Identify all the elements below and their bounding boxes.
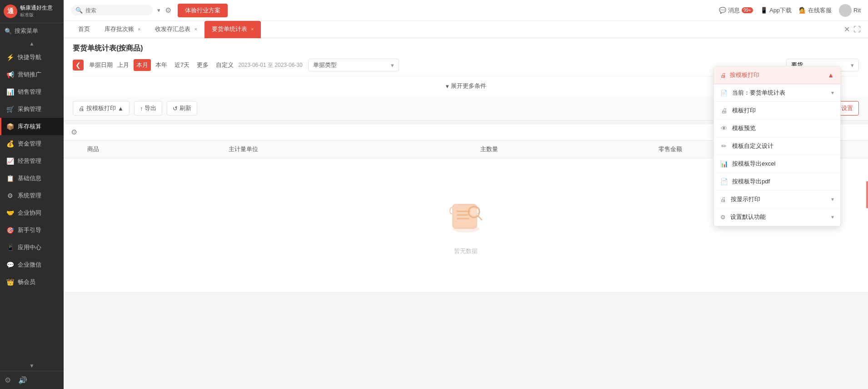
- topbar-search-input[interactable]: [85, 7, 140, 14]
- sidebar-item-app-center[interactable]: 📱 应用中心: [0, 239, 64, 256]
- sidebar-item-membership[interactable]: 👑 畅会员: [0, 273, 64, 291]
- messages-item[interactable]: 💬 消息 99+: [719, 6, 753, 15]
- sidebar-item-marketing[interactable]: 📢 营销推广: [0, 66, 64, 83]
- sidebar-scroll-down[interactable]: ▼: [0, 361, 64, 371]
- tab-order-summary-label: 要货单统计表: [212, 25, 247, 33]
- speaker-bottom-icon[interactable]: 🔊: [18, 376, 27, 384]
- sidebar-item-sales[interactable]: 📊 销售管理: [0, 83, 64, 101]
- empty-svg: [443, 195, 489, 240]
- dropdown-display-print-left: 🖨 按显示打印: [720, 195, 760, 203]
- svg-line-8: [478, 216, 482, 220]
- operations-icon: 📈: [6, 157, 14, 165]
- dropdown-item-template-pdf[interactable]: 📄 按模板导出pdf: [714, 173, 840, 191]
- app-download-item[interactable]: 📱 App下载: [760, 6, 792, 15]
- tab-collection-summary-close[interactable]: ×: [194, 26, 197, 32]
- logo-icon: 通: [4, 5, 17, 18]
- sidebar-nav: ⚡ 快捷导航 📢 营销推广 📊 销售管理 🛒 采购管理 📦 库存核算 💰 资金管…: [0, 49, 64, 361]
- dropdown-item-template-excel[interactable]: 📊 按模板导出excel: [714, 155, 840, 173]
- print-dropdown-menu: 🖨 按模板打印 ▲ 📄 当前：要货单统计表 ▾ 🖨 模板打印 👁 模板预览 ✏ …: [713, 66, 841, 227]
- dropdown-collapse-button[interactable]: ▲: [828, 71, 834, 79]
- tab-order-summary[interactable]: 要货单统计表 ×: [205, 21, 261, 38]
- tab-home[interactable]: 首页: [71, 21, 97, 38]
- tabs-expand-button[interactable]: ⛶: [853, 25, 861, 34]
- sidebar-item-purchase[interactable]: 🛒 采购管理: [0, 101, 64, 118]
- order-goods-arrow: ▾: [851, 62, 854, 69]
- dropdown-display-print[interactable]: 🖨 按显示打印 ▾: [714, 191, 840, 208]
- sidebar-item-wechat[interactable]: 💬 企业微信: [0, 256, 64, 273]
- sidebar-item-quick-nav[interactable]: ⚡ 快捷导航: [0, 49, 64, 66]
- svg-rect-4: [457, 214, 468, 216]
- dropdown-item-template-design[interactable]: ✏ 模板自定义设计: [714, 137, 840, 155]
- online-service-icon: 💁: [799, 7, 806, 14]
- order-type-filter[interactable]: 单据类型 ▾: [308, 59, 399, 71]
- sidebar-item-base-info[interactable]: 📋 基础信息: [0, 170, 64, 187]
- expand-chevron-icon: ▾: [446, 83, 449, 90]
- sidebar-item-inventory[interactable]: 📦 库存核算: [0, 118, 64, 135]
- date-btn-this-month[interactable]: 本月: [134, 59, 151, 71]
- dropdown-item-template-design-label: 模板自定义设计: [732, 142, 773, 150]
- template-print-icon: 🖨: [720, 107, 728, 114]
- date-btn-7days[interactable]: 近7天: [172, 59, 192, 71]
- dropdown-current-label: 当前：要货单统计表: [732, 89, 785, 97]
- settings-bottom-icon[interactable]: ⚙: [5, 376, 11, 384]
- template-preview-icon: 👁: [720, 125, 728, 132]
- app-download-icon: 📱: [760, 7, 768, 14]
- online-service-label: 在线客服: [808, 6, 832, 15]
- app-center-icon: 📱: [6, 244, 14, 251]
- sidebar-item-label: 企业协同: [18, 209, 41, 217]
- topbar: 🔍 ▾ ⚙ 体验行业方案 💬 消息 99+ 📱 App下载 💁 在线客服 Rit: [64, 0, 868, 21]
- sidebar-search[interactable]: 🔍 搜索菜单: [0, 23, 64, 39]
- sidebar-item-enterprise[interactable]: 🤝 企业协同: [0, 204, 64, 222]
- date-range-display: 2023-06-01 至 2023-06-30: [238, 61, 302, 69]
- finance-icon: 💰: [6, 140, 14, 147]
- industry-solution-button[interactable]: 体验行业方案: [178, 4, 228, 17]
- sales-icon: 📊: [6, 88, 14, 96]
- svg-rect-5: [457, 218, 469, 219]
- user-avatar-area[interactable]: Rit: [839, 4, 861, 17]
- sidebar-item-guide[interactable]: 🎯 新手引导: [0, 222, 64, 239]
- tabs-bar: 首页 库存批次账 × 收发存汇总表 × 要货单统计表 × ✕ ⛶: [64, 21, 868, 38]
- date-btn-more[interactable]: 更多: [194, 59, 211, 71]
- empty-illustration: [443, 195, 489, 242]
- scroll-indicator: [866, 181, 868, 208]
- sidebar-search-label: 搜索菜单: [15, 27, 38, 35]
- tabs-close-all-button[interactable]: ✕: [844, 25, 850, 34]
- dropdown-item-template-print[interactable]: 🖨 模板打印: [714, 102, 840, 120]
- expand-more-button[interactable]: ▾ 展开更多条件: [440, 79, 492, 93]
- table-settings-icon[interactable]: ⚙: [71, 128, 77, 136]
- message-icon: 💬: [719, 7, 726, 14]
- th-checkbox: [64, 141, 82, 158]
- wechat-icon: 💬: [6, 261, 14, 268]
- dropdown-item-template-preview[interactable]: 👁 模板预览: [714, 120, 840, 137]
- sidebar-scroll-up[interactable]: ▲: [0, 39, 64, 49]
- sidebar-item-operations[interactable]: 📈 经营管理: [0, 152, 64, 170]
- topbar-gear-icon[interactable]: ⚙: [165, 6, 171, 15]
- online-service-item[interactable]: 💁 在线客服: [799, 6, 832, 15]
- dropdown-current-template[interactable]: 📄 当前：要货单统计表 ▾: [714, 84, 840, 102]
- topbar-dropdown-arrow[interactable]: ▾: [157, 7, 160, 14]
- sidebar-item-label: 应用中心: [18, 243, 41, 252]
- dropdown-set-default[interactable]: ⚙ 设置默认功能 ▾: [714, 208, 840, 226]
- sidebar-item-finance[interactable]: 💰 资金管理: [0, 135, 64, 152]
- refresh-button[interactable]: ↺ 刷新: [167, 101, 197, 116]
- sidebar-item-system[interactable]: ⚙ 系统管理: [0, 187, 64, 204]
- date-btn-custom[interactable]: 自定义: [213, 59, 236, 71]
- sidebar-item-label: 库存核算: [18, 122, 41, 131]
- tab-inventory-batch[interactable]: 库存批次账 ×: [97, 21, 148, 38]
- date-btn-this-year[interactable]: 本年: [153, 59, 170, 71]
- username-label: Rit: [853, 7, 861, 14]
- date-btn-last-month[interactable]: 上月: [115, 59, 132, 71]
- empty-text: 暂无数据: [454, 247, 478, 255]
- export-button[interactable]: ↑ 导出: [134, 101, 163, 116]
- print-template-button[interactable]: 🖨 按模板打印 ▲: [73, 101, 130, 116]
- print-template-arrow: ▲: [118, 105, 124, 112]
- filter-collapse-button[interactable]: ❮: [73, 60, 84, 71]
- tab-inventory-batch-label: 库存批次账: [105, 25, 134, 33]
- tab-collection-summary[interactable]: 收发存汇总表 ×: [148, 21, 204, 38]
- svg-rect-2: [454, 205, 476, 227]
- sidebar-bottom: ⚙ 🔊: [0, 371, 64, 389]
- tab-order-summary-close[interactable]: ×: [251, 26, 254, 32]
- sidebar-item-label: 快捷导航: [18, 53, 41, 61]
- dropdown-title: 按模板打印: [730, 71, 759, 79]
- tab-inventory-batch-close[interactable]: ×: [138, 26, 140, 32]
